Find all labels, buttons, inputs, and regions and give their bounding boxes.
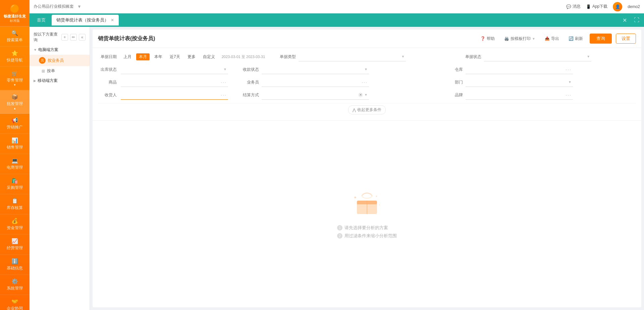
export-icon: 📤 bbox=[545, 36, 550, 41]
edit-scheme-btn[interactable]: ✏ bbox=[70, 34, 77, 41]
department-label: 部门 bbox=[444, 80, 463, 85]
collapse-panel-btn[interactable]: « bbox=[79, 34, 86, 41]
doc-status-control[interactable]: ▼ bbox=[484, 52, 591, 61]
receipt-status-control[interactable]: ▼ bbox=[262, 65, 369, 74]
filter-row-2: 出库状态 ▼ 收款状态 ▼ 仓库 bbox=[98, 65, 636, 74]
sidebar-label-finance: 资金管理 bbox=[7, 225, 23, 230]
settlement-clear-btn[interactable]: ✕ bbox=[358, 93, 363, 97]
tab-close-btn[interactable]: ✕ bbox=[620, 15, 629, 25]
settings-label: 设置 bbox=[622, 36, 630, 41]
scheme-sub-item-by-order[interactable]: ⊞ 按单 bbox=[30, 66, 90, 76]
print-icon: 🖨️ bbox=[504, 36, 509, 41]
workspace-title: 办公用品行业模拟账套 bbox=[34, 4, 74, 9]
refresh-btn[interactable]: 🔄 刷新 bbox=[566, 35, 586, 43]
brand-control[interactable]: ··· bbox=[466, 90, 573, 100]
info-icon: ℹ️ bbox=[1, 258, 28, 264]
message-action[interactable]: 💬 消息 bbox=[566, 4, 581, 9]
scheme-group-desktop-header[interactable]: ▼ 电脑端方案 bbox=[30, 45, 90, 55]
tab-home[interactable]: 首页 bbox=[32, 15, 50, 25]
scheme-dot-salesperson: 员 bbox=[39, 57, 46, 64]
marketing-icon: 📢 bbox=[1, 117, 28, 123]
svg-text:✦: ✦ bbox=[379, 204, 380, 206]
sidebar-item-inventory[interactable]: 📋 库存核算 bbox=[0, 194, 30, 214]
department-control[interactable]: ▼ bbox=[466, 78, 573, 87]
sidebar-item-ecommerce[interactable]: 💻 电商管理 bbox=[0, 154, 30, 174]
settings-button[interactable]: 设置 bbox=[616, 34, 636, 44]
date-btn-this-month[interactable]: 本月 bbox=[136, 53, 150, 60]
scheme-item-by-salesperson[interactable]: 员 按业务员 bbox=[30, 55, 90, 66]
help-btn[interactable]: ❓ 帮助 bbox=[478, 35, 497, 43]
print-dropdown-icon: ▼ bbox=[532, 37, 535, 41]
date-btn-custom[interactable]: 自定义 bbox=[200, 53, 218, 60]
arrow-icon: ▼ bbox=[1, 83, 28, 87]
settlement-label: 结算方式 bbox=[240, 92, 259, 98]
sidebar-label-system: 系统管理 bbox=[7, 286, 23, 291]
filter-row-4: 收货人 ··· 结算方式 ✕ ▼ 品牌 bbox=[98, 90, 636, 100]
consignee-label: 收货人 bbox=[98, 92, 117, 98]
warehouse-control[interactable]: ··· bbox=[466, 65, 573, 74]
filter-row-1: 单据日期 上月 本月 本年 近7天 更多 自定义 2023-03-01 至 20… bbox=[98, 52, 636, 61]
date-btn-this-year[interactable]: 本年 bbox=[152, 53, 165, 60]
svg-text:✦: ✦ bbox=[354, 195, 357, 200]
workspace-dropdown-icon[interactable]: ▼ bbox=[77, 4, 82, 9]
scheme-group-mobile: ▶ 移动端方案 bbox=[30, 76, 90, 86]
chevron-right-icon: ▶ bbox=[34, 79, 36, 83]
tip-num-1: 1 bbox=[337, 225, 342, 230]
consignee-control[interactable]: ··· bbox=[121, 90, 228, 100]
brand-label: 品牌 bbox=[444, 92, 463, 98]
date-btn-7days[interactable]: 近7天 bbox=[167, 53, 183, 60]
sidebar-item-retail[interactable]: 🛒 零售管理 ▼ bbox=[0, 67, 30, 90]
date-btn-last-month[interactable]: 上月 bbox=[121, 53, 134, 60]
sidebar-item-purchase[interactable]: 🛍️ 采购管理 bbox=[0, 174, 30, 194]
sidebar-item-operation[interactable]: 📈 经营管理 bbox=[0, 235, 30, 255]
add-scheme-btn[interactable]: + bbox=[61, 34, 68, 41]
add-icon: + bbox=[63, 35, 66, 40]
order-icon: ⊞ bbox=[42, 69, 45, 73]
refresh-icon: 🔄 bbox=[569, 36, 574, 41]
user-avatar[interactable]: 👤 bbox=[613, 2, 622, 11]
scheme-group-desktop: ▼ 电脑端方案 员 按业务员 ⊞ 按单 bbox=[30, 45, 90, 76]
empty-illustration: ✦ ✦ ✦ bbox=[350, 187, 384, 221]
sidebar-label-search: 搜索菜单 bbox=[7, 38, 23, 42]
out-status-control[interactable]: ▼ bbox=[121, 65, 228, 74]
sidebar-item-marketing[interactable]: 📢 营销推广 bbox=[0, 114, 30, 134]
sidebar-label-marketing: 营销推广 bbox=[7, 125, 23, 130]
settlement-control[interactable]: ✕ ▼ bbox=[262, 90, 369, 100]
scheme-label-by-salesperson: 按业务员 bbox=[48, 58, 64, 63]
filter-area: 单据日期 上月 本月 本年 近7天 更多 自定义 2023-03-01 至 20… bbox=[93, 48, 641, 121]
doc-status-label: 单据状态 bbox=[463, 54, 481, 60]
export-btn[interactable]: 📤 导出 bbox=[542, 35, 562, 43]
goods-control[interactable]: ··· bbox=[121, 78, 228, 87]
sidebar-label-retail: 零售管理 bbox=[7, 78, 23, 83]
doc-type-label: 单据类型 bbox=[277, 54, 296, 60]
query-button[interactable]: 查询 bbox=[590, 34, 612, 44]
print-btn[interactable]: 🖨️ 按模板打印 ▼ bbox=[501, 35, 538, 43]
app-download-action[interactable]: 📱 App下载 bbox=[586, 4, 607, 9]
doc-type-control[interactable]: ▼ bbox=[299, 52, 406, 61]
help-icon: ❓ bbox=[480, 36, 485, 41]
sidebar-label-corp-collab: 企业协同 bbox=[7, 306, 23, 310]
tip-text-2: 用过滤条件来缩小分析范围 bbox=[344, 233, 397, 239]
star-icon: ⭐ bbox=[1, 50, 28, 56]
operation-icon: 📈 bbox=[1, 238, 28, 244]
sidebar-item-finance[interactable]: 💰 资金管理 bbox=[0, 214, 30, 235]
collapse-filters-btn[interactable]: ⋀ 收起更多条件 bbox=[348, 105, 386, 114]
tip-num-2: 2 bbox=[337, 233, 342, 239]
scheme-group-mobile-header[interactable]: ▶ 移动端方案 bbox=[30, 76, 90, 86]
sidebar-item-search[interactable]: 🔍 搜索菜单 bbox=[0, 27, 30, 47]
sidebar-item-corp-collab[interactable]: 🤝 企业协同 bbox=[0, 295, 30, 310]
doc-status-arrow: ▼ bbox=[587, 55, 590, 58]
user-name[interactable]: demo2 bbox=[628, 4, 640, 9]
sidebar-item-system[interactable]: ⚙️ 系统管理 bbox=[0, 275, 30, 295]
date-btn-more[interactable]: 更多 bbox=[185, 53, 198, 60]
sidebar-item-sales[interactable]: 📊 销售管理 bbox=[0, 134, 30, 154]
date-range-display: 2023-03-01 至 2023-03-31 bbox=[222, 54, 265, 59]
scheme-group-mobile-label: 移动端方案 bbox=[38, 78, 58, 84]
salesperson-control[interactable]: ··· bbox=[262, 78, 369, 87]
sidebar-item-quick-nav[interactable]: ⭐ 快捷导航 bbox=[0, 47, 30, 67]
tab-maximize-btn[interactable]: ⛶ bbox=[632, 15, 641, 25]
sidebar-item-wholesale[interactable]: 📦 批发管理 ▲ bbox=[0, 90, 30, 114]
tab-close-icon[interactable]: ✕ bbox=[111, 18, 114, 22]
tab-sales-stats[interactable]: 销货单统计表（按业务员） ✕ bbox=[52, 15, 119, 25]
sidebar-item-basic[interactable]: ℹ️ 基础信息 bbox=[0, 255, 30, 275]
